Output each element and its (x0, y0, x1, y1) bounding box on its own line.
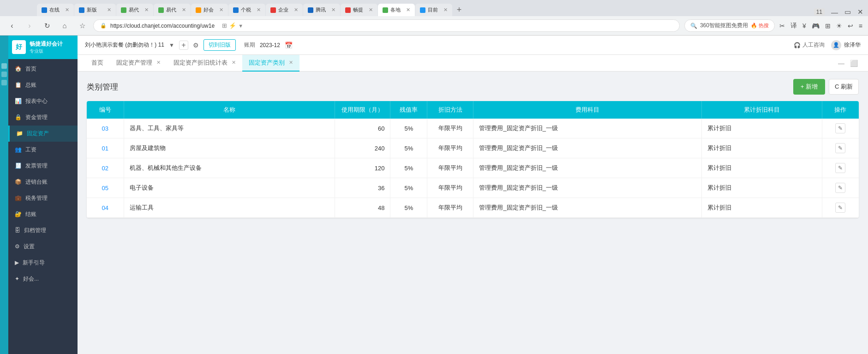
add-company-button[interactable]: + (179, 41, 188, 50)
tab-close-depreciation[interactable]: ✕ (232, 60, 236, 66)
sidebar-item-settings[interactable]: ⚙ 设置 (8, 239, 78, 255)
grid-icon[interactable]: ⊞ (825, 22, 831, 30)
tab-depreciation-stats[interactable]: 固定资产折旧统计表 ✕ (167, 55, 242, 72)
browser-tab-new[interactable]: 新版 ✕ (74, 4, 116, 16)
edit-icon[interactable]: ✎ (835, 123, 845, 133)
table-row: 04 运输工具 48 5% 年限平均 管理费用_固定资产折旧_一级 累计折旧 ✎ (87, 198, 859, 218)
cell-id: 03 (87, 119, 124, 138)
browser-tab-yidai1[interactable]: 易代 ✕ (116, 4, 153, 16)
sidebar-item-payroll[interactable]: 👥 工资 (8, 142, 78, 158)
cut-icon[interactable]: ✂ (779, 22, 785, 30)
browser-tab-gedi[interactable]: 各地 ✕ (378, 4, 415, 16)
currency-icon[interactable]: ¥ (802, 22, 806, 30)
edit-icon[interactable]: ✎ (835, 143, 845, 153)
lock-icon: 🔒 (100, 23, 107, 29)
tab-close-category[interactable]: ✕ (289, 60, 293, 66)
col-period: 使用期限（月） (335, 101, 390, 119)
cell-action[interactable]: ✎ (822, 138, 859, 158)
site-info-icon[interactable]: ⊞ (222, 22, 227, 29)
cell-residual: 5% (390, 178, 427, 198)
sidebar-item-tax[interactable]: 💼 税务管理 (8, 190, 78, 206)
logo-text: 畅捷通好会计 (30, 40, 63, 48)
cell-accumulated: 累计折旧 (701, 119, 822, 138)
cell-action[interactable]: ✎ (822, 178, 859, 198)
support-button[interactable]: 🎧 人工咨询 (794, 41, 825, 49)
forward-button[interactable]: › (23, 22, 36, 30)
browser-tab-haohui[interactable]: 好会 ✕ (191, 4, 228, 16)
menu-icon[interactable]: ≡ (859, 22, 862, 30)
tab-bar: 在线 ✕ 新版 ✕ 易代 ✕ 易代 ✕ 好会 ✕ 个税 ✕ (0, 0, 868, 16)
sidebar-item-guide[interactable]: ▶ 新手引导 (8, 255, 78, 271)
sidebar-item-invoice[interactable]: 🧾 发票管理 (8, 158, 78, 174)
browser-tab-geshui[interactable]: 个税 ✕ (228, 4, 265, 16)
home-button[interactable]: ⌂ (58, 22, 71, 30)
lightning-icon[interactable]: ⚡ (229, 22, 236, 29)
back-button[interactable]: ‹ (6, 22, 18, 30)
edit-icon[interactable]: ✎ (835, 163, 845, 173)
user-name: 徐泽华 (844, 41, 861, 49)
bookmark-button[interactable]: ☆ (76, 22, 89, 30)
undo-icon[interactable]: ↩ (848, 22, 853, 30)
cell-name: 房屋及建筑物 (124, 138, 335, 158)
calendar-icon[interactable]: 📅 (285, 42, 293, 49)
switch-version-button[interactable]: 切到旧版 (204, 39, 236, 51)
sidebar-item-other[interactable]: ✦ 好会... (8, 271, 78, 287)
tab-close-fixed-mgmt[interactable]: ✕ (156, 60, 161, 66)
sidebar-item-home[interactable]: 🏠 首页 (8, 61, 78, 77)
sidebar-item-closing[interactable]: 🔐 结账 (8, 206, 78, 222)
browser-tab-tencent[interactable]: 腾讯 ✕ (303, 4, 340, 16)
sidebar-item-funds[interactable]: 🔒 资金管理 (8, 109, 78, 126)
settings-topbar-icon[interactable]: ⚙ (193, 42, 199, 49)
window-minimize-icon[interactable]: — (831, 8, 838, 16)
sidebar-item-archive[interactable]: 🗄 归档管理 (8, 222, 78, 239)
user-info[interactable]: 👤 徐泽华 (831, 40, 861, 50)
company-dropdown[interactable]: ▼ (169, 42, 174, 48)
content-area: 类别管理 + 新增 C 刷新 编号 名称 使用期限（月） 残值率 折旧方法 费用… (78, 72, 868, 354)
col-accumulated: 累计折旧科目 (701, 101, 822, 119)
edit-icon[interactable]: ✎ (835, 203, 845, 213)
headset-icon: 🎧 (794, 42, 801, 48)
cell-action[interactable]: ✎ (822, 198, 859, 218)
search-input[interactable]: 🔍 360智能抠图免费用 🔥 热搜 (684, 19, 775, 32)
browser-tab-changtui[interactable]: 畅提 ✕ (341, 4, 377, 16)
ledger-menu-icon: 📋 (15, 82, 22, 88)
cell-action[interactable]: ✎ (822, 158, 859, 178)
logo-icon: 好 (12, 40, 26, 54)
fixed-assets-menu-icon: 📁 (16, 130, 23, 137)
guide-menu-icon: ▶ (15, 259, 19, 266)
cell-residual: 5% (390, 138, 427, 158)
sidebar-item-fixed-assets[interactable]: 📁 固定资产 (8, 126, 78, 142)
window-close-icon[interactable]: ✕ (857, 8, 863, 16)
tab-new-button[interactable]: + (453, 4, 466, 16)
archive-menu-icon: 🗄 (15, 227, 20, 234)
sidebar-item-inventory[interactable]: 📦 进销台账 (8, 174, 78, 190)
inventory-menu-icon: 📦 (15, 179, 22, 185)
browser-tab-mubiao[interactable]: 目前 ✕ (415, 4, 452, 16)
tab-fixed-assets-mgmt[interactable]: 固定资产管理 ✕ (110, 55, 167, 72)
sidebar-item-ledger[interactable]: 📋 总账 (8, 77, 78, 93)
closing-menu-icon: 🔐 (15, 211, 22, 217)
translate-icon[interactable]: 译 (790, 22, 797, 30)
dropdown-icon[interactable]: ▼ (238, 23, 243, 29)
tab-maximize[interactable]: ⬜ (847, 60, 861, 67)
add-category-button[interactable]: + 新增 (793, 79, 825, 95)
browser-tab-yidai2[interactable]: 易代 ✕ (154, 4, 191, 16)
tab-home[interactable]: 首页 (85, 55, 110, 72)
refresh-button[interactable]: C 刷新 (829, 79, 859, 95)
tab-minimize[interactable]: — (835, 60, 847, 67)
sidebar: 好 畅捷通好会计 专业版 🏠 首页 📋 总账 📊 报表中心 🔒 资金管理 (8, 36, 78, 354)
cell-method: 年限平均 (427, 198, 473, 218)
category-table: 编号 名称 使用期限（月） 残值率 折旧方法 费用科目 累计折旧科目 操作 03… (87, 101, 859, 218)
cell-action[interactable]: ✎ (822, 119, 859, 138)
url-input[interactable]: 🔒 https://cloud.chanjet.com/accounting/u… (93, 19, 680, 32)
reload-button[interactable]: ↻ (41, 22, 54, 30)
sidebar-item-reports[interactable]: 📊 报表中心 (8, 93, 78, 109)
window-maximize-icon[interactable]: ▭ (844, 8, 851, 16)
browser-tab-online[interactable]: 在线 ✕ (37, 4, 74, 16)
search-icon: 🔍 (690, 23, 697, 29)
edit-icon[interactable]: ✎ (835, 183, 845, 193)
tab-asset-category[interactable]: 固定资产类别 ✕ (242, 55, 299, 72)
browser-tab-qiye[interactable]: 企业 ✕ (266, 4, 303, 16)
games-icon[interactable]: 🎮 (812, 22, 820, 30)
brightness-icon[interactable]: ☀ (836, 22, 842, 30)
